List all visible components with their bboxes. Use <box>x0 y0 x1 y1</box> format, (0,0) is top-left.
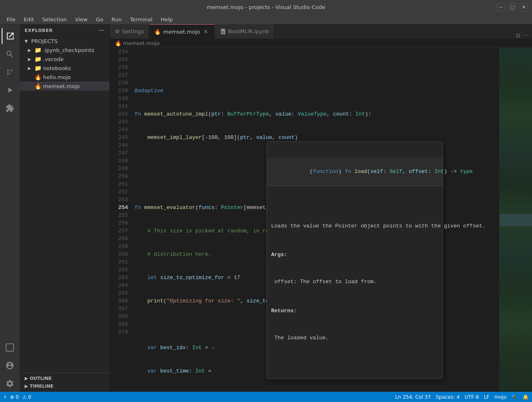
tab-label: Settings <box>122 28 144 34</box>
tooltip-header: (function) fn load(self: Self, offset: I… <box>267 157 443 186</box>
timeline-section[interactable]: ▶ TIMELINE <box>20 382 110 390</box>
tab-boolmlir[interactable]: 📓 BoolMLIR.ipynb <box>215 24 274 39</box>
minimap <box>499 48 532 392</box>
extensions-activity-icon[interactable] <box>2 100 18 116</box>
code-line-236: fn memset_autotune_impl(ptr: BufferPtrTy… <box>135 110 499 118</box>
menu-terminal[interactable]: Terminal <box>127 16 156 23</box>
tree-item-label: .ipynb_checkpoints <box>43 47 94 53</box>
tab-bar: ⚙ Settings 🔥 memset.mojo ✕ 📓 BoolMLIR.ip… <box>110 25 532 39</box>
minimize-button[interactable]: ─ <box>497 3 505 11</box>
tree-item-checkpoints[interactable]: ▶ 📁 .ipynb_checkpoints <box>20 45 110 55</box>
status-left: ⚡ ⊗ 0 ⚠ 0 <box>3 394 31 400</box>
explorer-activity-icon[interactable] <box>2 28 18 44</box>
indent-size[interactable]: Spaces: 4 <box>436 394 459 400</box>
menu-help[interactable]: Help <box>158 16 176 23</box>
editor-area: ⚙ Settings 🔥 memset.mojo ✕ 📓 BoolMLIR.ip… <box>110 25 532 392</box>
tab-settings[interactable]: ⚙ Settings <box>110 24 149 39</box>
tree-item-notebooks[interactable]: ▶ 📁 notebooks <box>20 64 110 73</box>
menu-file[interactable]: File <box>3 16 19 23</box>
outline-label: OUTLINE <box>30 376 52 381</box>
close-button[interactable]: ✕ <box>520 3 528 11</box>
line-numbers: 234 235 236 237 238 239 240 241 242 243 … <box>110 48 131 392</box>
folder-icon: 📁 <box>34 47 41 53</box>
tree-item-label: memset.mojo <box>43 83 80 89</box>
remote-indicator-icon[interactable]: 🔌 <box>511 394 518 400</box>
language-mode[interactable]: mojo <box>494 394 507 400</box>
account-activity-icon[interactable] <box>2 357 18 374</box>
maximize-button[interactable]: □ <box>508 3 516 11</box>
more-actions-icon[interactable]: ··· <box>524 32 529 39</box>
code-line-235: @adaptive <box>135 87 499 95</box>
cursor-position[interactable]: Ln 254, Col 37 <box>395 394 431 400</box>
tree-item-label: .vscode <box>43 56 64 62</box>
search-activity-icon[interactable] <box>2 46 18 62</box>
folder-arrow-icon: ▶ <box>28 57 34 61</box>
tab-close-button[interactable]: ✕ <box>203 28 209 35</box>
folder-icon: 📁 <box>34 65 41 71</box>
sidebar-bottom: ▶ OUTLINE ▶ TIMELINE <box>20 372 110 392</box>
code-line-237: memset_impl_layer[-100, 100](ptr, value,… <box>135 134 499 141</box>
code-content[interactable]: @adaptive fn memset_autotune_impl(ptr: B… <box>131 48 499 392</box>
line-ending[interactable]: LF <box>484 394 490 400</box>
notebook-tab-icon: 📓 <box>219 28 226 34</box>
tooltip-description: Loads the value the Pointer object point… <box>271 222 438 231</box>
menu-bar: File Edit Selection View Go Run Terminal… <box>0 14 532 25</box>
projects-label: PROJECTS <box>31 38 57 44</box>
tooltip-body: Loads the value the Pointer object point… <box>267 202 443 363</box>
tabs-actions: ⊡ ··· <box>513 32 532 39</box>
code-editor[interactable]: 234 235 236 237 238 239 240 241 242 243 … <box>110 48 532 392</box>
breadcrumb-icon: 🔥 <box>115 40 121 46</box>
tooltip-returns-label: Returns: <box>271 308 297 314</box>
mojo-file-icon: 🔥 <box>34 74 41 80</box>
tab-memset-mojo[interactable]: 🔥 memset.mojo ✕ <box>149 24 215 39</box>
code-line-248 <box>135 391 499 392</box>
menu-go[interactable]: Go <box>93 16 107 23</box>
run-debug-activity-icon[interactable] <box>2 82 18 98</box>
tree-root-item[interactable]: ▼ PROJECTS <box>20 36 110 45</box>
breadcrumb-path: memset.mojo <box>123 40 160 46</box>
title-bar: memset.mojo - projects - Visual Studio C… <box>0 0 532 14</box>
file-encoding[interactable]: UTF-8 <box>465 394 479 400</box>
breadcrumb: 🔥 memset.mojo <box>110 39 532 48</box>
minimap-canvas <box>500 48 532 392</box>
remote-activity-icon[interactable] <box>2 339 18 356</box>
source-control-activity-icon[interactable] <box>2 64 18 80</box>
tooltip-args-label: Args: <box>271 252 287 258</box>
remote-status-icon[interactable]: ⚡ <box>3 394 7 400</box>
error-count[interactable]: ⊗ 0 <box>10 394 19 400</box>
tree-item-hello-mojo[interactable]: 🔥 hello.mojo <box>20 73 110 82</box>
tab-label: memset.mojo <box>163 29 200 35</box>
mojo-file-icon: 🔥 <box>34 83 41 89</box>
menu-run[interactable]: Run <box>108 16 125 23</box>
tree-item-vscode[interactable]: ▶ 📁 .vscode <box>20 55 110 64</box>
settings-activity-icon[interactable] <box>2 375 18 392</box>
svg-rect-0 <box>6 344 14 351</box>
folder-arrow-icon: ▶ <box>28 66 34 70</box>
sidebar: EXPLORER ··· ▼ PROJECTS ▶ 📁 .ipynb_check… <box>20 25 110 392</box>
file-tree: ▼ PROJECTS ▶ 📁 .ipynb_checkpoints ▶ 📁 .v… <box>20 36 110 91</box>
window-title: memset.mojo - projects - Visual Studio C… <box>207 4 325 10</box>
menu-selection[interactable]: Selection <box>39 16 70 23</box>
split-editor-icon[interactable]: ⊡ <box>516 32 521 39</box>
tree-item-memset-mojo[interactable]: 🔥 memset.mojo <box>20 82 110 91</box>
timeline-label: TIMELINE <box>30 384 53 389</box>
settings-tab-icon: ⚙ <box>115 28 120 34</box>
notification-icon[interactable]: 🔔 <box>523 394 529 400</box>
sidebar-header: EXPLORER ··· <box>20 25 110 36</box>
tab-label: BoolMLIR.ipynb <box>228 28 269 34</box>
warning-count[interactable]: ⚠ 0 <box>22 394 31 400</box>
activity-bar <box>0 25 20 392</box>
code-line-234 <box>135 64 499 71</box>
tooltip-returns-desc: The loaded value. <box>274 334 438 343</box>
folder-icon: 📁 <box>34 56 41 62</box>
outline-section[interactable]: ▶ OUTLINE <box>20 375 110 382</box>
explorer-label: EXPLORER <box>25 28 53 33</box>
timeline-arrow-icon: ▶ <box>25 384 28 389</box>
sidebar-more-button[interactable]: ··· <box>99 28 105 33</box>
menu-view[interactable]: View <box>72 16 91 23</box>
outline-arrow-icon: ▶ <box>25 376 28 381</box>
menu-edit[interactable]: Edit <box>21 16 37 23</box>
folder-arrow-icon: ▶ <box>28 48 34 52</box>
mojo-tab-icon: 🔥 <box>154 29 161 35</box>
tree-item-label: notebooks <box>43 65 71 71</box>
